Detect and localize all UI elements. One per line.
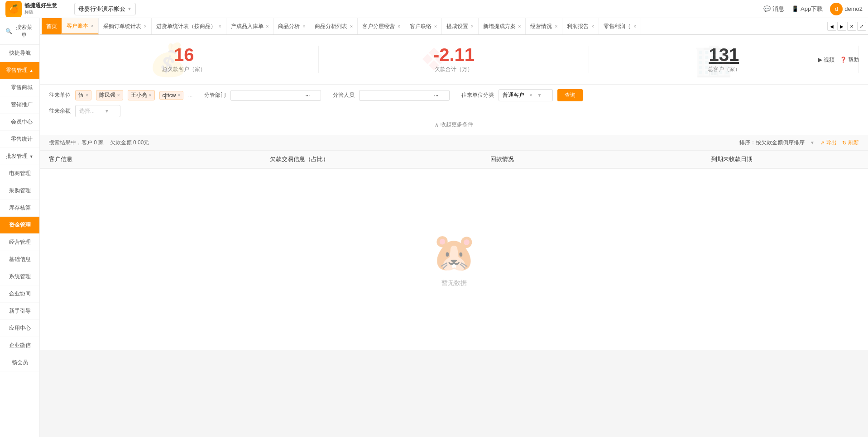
tab-close-icon[interactable]: × — [350, 24, 353, 29]
top-bar: 🍊 畅捷通好生意 标版 母婴行业演示帐套 ▼ 💬 消息 📱 App下载 d de… — [0, 0, 868, 18]
sidebar-item-enterprise-wx[interactable]: 企业微信 — [0, 337, 39, 354]
tab-close-icon[interactable]: × — [219, 24, 221, 29]
filter-tag-close-icon[interactable]: × — [86, 93, 88, 98]
export-button[interactable]: ↗ 导出 — [820, 139, 837, 147]
table-header-debt-info: 欠款交易信息（占比） — [261, 151, 482, 168]
sidebar-item-operations[interactable]: 经营管理 — [0, 234, 39, 251]
filter-tag-close-icon[interactable]: × — [178, 93, 181, 98]
sidebar-item-purchase[interactable]: 采购管理 — [0, 182, 39, 200]
sidebar-item-ecommerce[interactable]: 电商管理 — [0, 165, 39, 182]
tab-customer-tier[interactable]: 客户分层经营 × — [358, 18, 405, 34]
company-selector[interactable]: 母婴行业演示帐套 ▼ — [74, 3, 136, 15]
filter-tag-chen[interactable]: 伍 × — [75, 90, 91, 100]
branch-person-select[interactable]: ··· — [359, 90, 450, 101]
filter-row-2: 往来余额 选择... ▼ — [49, 105, 859, 117]
data-table: 客户信息 欠款交易信息（占比） 回款情况 到期未收款日期 🐹 暂无数据 — [40, 151, 868, 350]
filter-tag-cjttcw[interactable]: cjttcw × — [159, 91, 184, 100]
tab-product-analysis-list[interactable]: 商品分析列表 × — [310, 18, 358, 34]
tab-close-icon[interactable]: × — [266, 24, 269, 29]
tab-close-icon[interactable]: × — [434, 24, 437, 29]
export-icon: ↗ — [820, 140, 825, 146]
branch-dept-label: 分管部门 — [204, 91, 226, 99]
sidebar-item-marketing[interactable]: 营销推广 — [0, 96, 39, 114]
filter-tag-close-icon[interactable]: × — [117, 93, 120, 98]
tab-close-icon[interactable]: × — [518, 24, 521, 29]
unit-type-select[interactable]: 普通客户 × ▼ — [499, 89, 553, 101]
tab-close-all-button[interactable]: ✕ — [847, 22, 856, 31]
branch-dept-select[interactable]: ··· — [230, 90, 321, 101]
tab-commit-settings[interactable]: 提成设置 × — [442, 18, 479, 34]
ellipsis-icon: ··· — [305, 92, 310, 99]
sidebar-item-member[interactable]: 会员中心 — [0, 114, 39, 131]
video-button[interactable]: ▶ 视频 — [818, 56, 834, 63]
play-icon: ▶ — [818, 57, 822, 63]
search-menu-button[interactable]: 🔍 搜索菜单 — [4, 22, 36, 41]
sidebar-item-enterprise[interactable]: 企业协同 — [0, 285, 39, 303]
sidebar-item-vip-member[interactable]: 畅会员 — [0, 354, 39, 371]
filter-tag-wang[interactable]: 王小亮 × — [128, 90, 155, 100]
sidebar-item-zero-sale[interactable]: 零售管理 ▲ — [0, 62, 39, 79]
table-header-due-date: 到期未收款日期 — [702, 151, 868, 168]
tab-close-icon[interactable]: × — [398, 24, 400, 29]
phone-icon: 📱 — [791, 5, 799, 12]
message-icon: 💬 — [763, 5, 771, 12]
refresh-button[interactable]: ↻ 刷新 — [842, 139, 859, 147]
stat-debt: ❖ -2.11 欠款合计（万） — [319, 42, 589, 77]
filter-tag-close-icon[interactable]: × — [149, 93, 152, 98]
collapse-icon: ∧ — [435, 122, 439, 128]
filter-tag-chen2[interactable]: 陈民强 × — [96, 90, 123, 100]
tab-purchase-stats[interactable]: 进货单统计表（按商品） × — [152, 18, 226, 34]
sidebar-item-zero-mall[interactable]: 零售商城 — [0, 79, 39, 96]
sidebar-item-system[interactable]: 系统管理 — [0, 268, 39, 285]
filter-area: 往来单位 伍 × 陈民强 × 王小亮 × cjttcw — [40, 85, 868, 135]
tab-product-storage[interactable]: 产成品入库单 × — [226, 18, 274, 34]
tab-profit-report[interactable]: 利润报告 × — [562, 18, 599, 34]
tab-close-icon[interactable]: × — [302, 24, 305, 29]
branch-person-label: 分管人员 — [333, 91, 355, 99]
chevron-down-icon: ▼ — [29, 154, 34, 159]
tab-home[interactable]: 首页 — [42, 18, 62, 34]
query-button[interactable]: 查询 — [557, 89, 583, 101]
balance-select[interactable]: 选择... ▼ — [75, 105, 120, 117]
table-header: 客户信息 欠款交易信息（占比） 回款情况 到期未收款日期 — [40, 151, 868, 169]
sidebar-item-basic[interactable]: 基础信息 — [0, 251, 39, 268]
app-download-button[interactable]: 📱 App下载 — [791, 5, 823, 13]
user-avatar[interactable]: d demo2 — [830, 3, 863, 15]
message-button[interactable]: 💬 消息 — [763, 5, 784, 13]
ellipsis-icon: ··· — [434, 92, 438, 99]
tab-expand-button[interactable]: ⤢ — [857, 22, 866, 31]
tab-next-button[interactable]: ▶ — [837, 22, 846, 31]
help-button[interactable]: ❓ 帮助 — [840, 56, 859, 63]
company-unit-label: 往来单位 — [49, 91, 71, 99]
unit-type-clear-icon[interactable]: × — [530, 93, 532, 98]
tab-customer-contact[interactable]: 客户联络 × — [405, 18, 442, 34]
tab-retail-profit[interactable]: 零售利润（ × — [599, 18, 641, 34]
tab-prev-button[interactable]: ◀ — [827, 22, 836, 31]
tab-close-icon[interactable]: × — [555, 24, 557, 29]
tab-new-commit[interactable]: 新增提成方案 × — [479, 18, 526, 34]
tab-product-analysis[interactable]: 商品分析 × — [273, 18, 310, 34]
sidebar-item-newbie[interactable]: 新手引导 — [0, 303, 39, 320]
sidebar-item-batch-mgmt[interactable]: 批发管理 ▼ — [0, 148, 39, 165]
logo-sub: 标版 — [24, 9, 57, 15]
tab-close-icon[interactable]: × — [91, 24, 94, 28]
chevron-down-icon: ▼ — [127, 6, 132, 11]
sidebar-item-zero-stats[interactable]: 零售统计 — [0, 131, 39, 148]
sort-chevron-icon[interactable]: ▼ — [810, 140, 815, 145]
tab-operations-situation[interactable]: 经营情况 × — [526, 18, 562, 34]
tab-purchase-order[interactable]: 采购订单统计表 × — [99, 18, 152, 34]
chevron-down-icon: ▼ — [537, 93, 542, 98]
tab-close-icon[interactable]: × — [144, 24, 147, 29]
video-help-area: ▶ 视频 ❓ 帮助 — [818, 56, 859, 63]
top-right-actions: 💬 消息 📱 App下载 d demo2 — [763, 3, 863, 15]
sidebar-item-app-center[interactable]: 应用中心 — [0, 320, 39, 337]
filter-more-button[interactable]: ... — [188, 92, 192, 99]
tab-close-icon[interactable]: × — [591, 24, 594, 29]
tab-close-icon[interactable]: × — [633, 24, 636, 29]
collapse-button[interactable]: ∧ 收起更多条件 — [427, 121, 481, 128]
tab-close-icon[interactable]: × — [471, 24, 474, 29]
sidebar-item-finance[interactable]: 资金管理 — [0, 217, 39, 234]
sidebar-item-inventory[interactable]: 库存核算 — [0, 200, 39, 217]
sidebar-item-quicknav[interactable]: 快捷导航 — [0, 45, 39, 62]
tab-customer-debt[interactable]: 客户账本 × — [62, 18, 99, 34]
